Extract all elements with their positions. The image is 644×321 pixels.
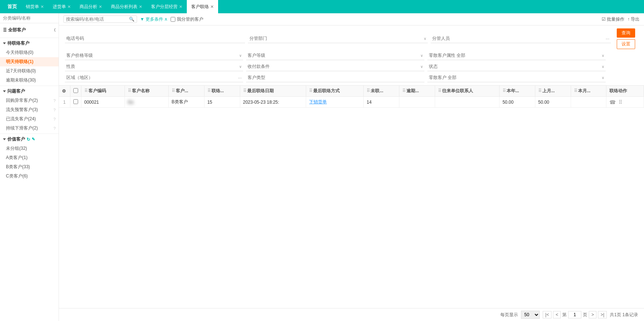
sidebar-collapse-btn[interactable]: 《 xyxy=(52,28,56,33)
action-more-icon[interactable]: ⠿ xyxy=(619,99,622,105)
search-box[interactable]: 🔍 xyxy=(63,15,137,23)
sidebar-item-declining[interactable]: 持续下滑客户(2) ? xyxy=(0,124,59,133)
th-contact-count: ⠿联络... xyxy=(204,86,240,97)
sidebar-group-problem-header[interactable]: 问题客户 xyxy=(0,87,59,96)
help-icon-lost[interactable]: ? xyxy=(53,117,56,121)
nav-goods-analysis[interactable]: 商品分析 ✕ xyxy=(75,0,106,13)
query-button[interactable]: 查询 xyxy=(617,28,635,38)
row-this-month xyxy=(571,97,606,108)
row-overdue xyxy=(399,97,435,108)
search-icon[interactable]: 🔍 xyxy=(129,17,134,22)
th-overdue: ⠿逾期... xyxy=(399,86,435,97)
batch-operation-btn[interactable]: ☑ 批量操作 xyxy=(602,16,624,23)
filter-more-btn[interactable]: ▼ 更多条件 ∧ xyxy=(140,16,168,23)
sidebar-group-pending-header[interactable]: 待联络客户 xyxy=(0,39,59,48)
search-input[interactable] xyxy=(66,17,129,22)
next-page-btn[interactable]: > xyxy=(589,311,596,318)
export-btn[interactable]: ↑ 导出 xyxy=(627,16,640,23)
filter-status[interactable]: 状态 ∨ xyxy=(427,62,606,71)
row-contact-count: 15 xyxy=(204,97,240,108)
chevron-down-icon-3: ∨ xyxy=(420,54,423,58)
nav-customer-layer[interactable]: 客户分层经营 ✕ xyxy=(147,0,187,13)
th-last-month: ⠿上月... xyxy=(535,86,571,97)
filter-customer-level[interactable]: 客户等级 ∨ xyxy=(246,51,424,60)
filter-action-buttons: 查询 设置 xyxy=(614,28,638,49)
setting-button[interactable]: 设置 xyxy=(617,39,635,49)
filter-nature[interactable]: 性质 ∨ xyxy=(65,62,243,71)
sidebar-search-box[interactable]: 🔍 xyxy=(0,13,59,23)
row-checkbox[interactable] xyxy=(73,99,78,104)
filter-person[interactable]: 分管人员 ··· xyxy=(431,34,611,43)
row-unit-contact xyxy=(435,97,500,108)
last-page-btn[interactable]: >| xyxy=(598,311,607,318)
filter-retail-customer[interactable]: 零散客户 全部 ∨ xyxy=(427,73,606,82)
sidebar-item-overdue[interactable]: 逾期未联络(30) xyxy=(0,76,59,85)
action-call-icon[interactable]: ☎ xyxy=(609,99,616,105)
more-icon-2[interactable]: ··· xyxy=(238,75,242,80)
filter-dept[interactable]: 分管部门 ∨ xyxy=(248,34,428,43)
last-contact-link[interactable]: 下销货单 xyxy=(309,99,327,104)
sidebar-item-typeC[interactable]: C类客户(6) xyxy=(0,172,59,181)
row-checkbox-cell[interactable] xyxy=(70,97,81,108)
th-settings[interactable]: ⚙ xyxy=(59,86,70,97)
sidebar-item-typeA[interactable]: A类客户(1) xyxy=(0,153,59,162)
help-icon-warning[interactable]: ? xyxy=(53,108,56,112)
my-customers-checkbox[interactable] xyxy=(171,17,175,22)
th-not-contacted: ⠿未联... xyxy=(364,86,399,97)
th-last-contact-method: ⠿最后联络方式 xyxy=(306,86,364,97)
row-last-contact-method[interactable]: 下销货单 xyxy=(306,97,364,108)
sidebar-item-week7[interactable]: 近7天待联络(0) xyxy=(0,66,59,76)
filter-customer-type[interactable]: 客户类型 xyxy=(246,73,424,82)
pagination: |< < 第 页 > >| xyxy=(543,311,607,318)
sidebar-all-customers[interactable]: ⠿ 全部客户 《 xyxy=(0,25,59,35)
top-navigation: 首页 销货单 ✕ 进货单 ✕ 商品分析 ✕ 商品分析列表 ✕ 客户分层经营 ✕ … xyxy=(0,0,644,13)
nav-sales[interactable]: 销货单 ✕ xyxy=(21,0,48,13)
refresh-icon[interactable]: ↻ xyxy=(27,137,30,142)
more-icon[interactable]: ··· xyxy=(606,36,609,41)
footer: 每页显示 50 100 200 |< < 第 页 > >| 共1页 1条记录 xyxy=(59,308,644,321)
page-size-select[interactable]: 50 100 200 xyxy=(521,311,540,319)
row-last-month: 50.00 xyxy=(535,97,571,108)
sidebar-search-input[interactable] xyxy=(3,15,58,21)
th-checkbox[interactable] xyxy=(70,86,81,97)
help-icon-abnormal[interactable]: ? xyxy=(53,99,56,103)
filter-payment-terms[interactable]: 收付款条件 ∨ xyxy=(246,62,424,71)
th-customer-code: ⠿客户编码 xyxy=(81,86,125,97)
first-page-btn[interactable]: |< xyxy=(543,311,552,318)
nav-customer-contact[interactable]: 客户联络 ✕ xyxy=(187,0,218,13)
sidebar-item-tomorrow[interactable]: 明天待联络(1) xyxy=(0,57,59,66)
sidebar: 🔍 ⠿ 全部客户 《 待联络客户 今天待联络(0) 明天待联络(1) 近7天 xyxy=(0,13,59,321)
sidebar-item-today[interactable]: 今天待联络(0) xyxy=(0,48,59,57)
nav-goods-analysis-list[interactable]: 商品分析列表 ✕ xyxy=(106,0,147,13)
sidebar-item-lost[interactable]: 已流失客户(24) ? xyxy=(0,114,59,124)
sidebar-group-value-header[interactable]: 价值客户 ↻ ✎ xyxy=(0,135,59,144)
prev-page-btn[interactable]: < xyxy=(553,311,561,318)
help-icon-declining[interactable]: ? xyxy=(53,126,56,131)
page-input[interactable] xyxy=(568,311,581,318)
nav-sales-close[interactable]: ✕ xyxy=(41,4,44,9)
filter-region[interactable]: 区域（地区） ··· xyxy=(65,73,243,82)
nav-goods-analysis-list-close[interactable]: ✕ xyxy=(139,4,142,9)
nav-customer-contact-close[interactable]: ✕ xyxy=(210,4,214,9)
th-action: 联络动作 xyxy=(606,86,644,97)
nav-customer-layer-close[interactable]: ✕ xyxy=(179,4,182,9)
filter-phone[interactable]: 电话号码 xyxy=(65,34,245,43)
sidebar-item-ungrouped[interactable]: 未分组(32) xyxy=(0,144,59,153)
nav-goods-analysis-close[interactable]: ✕ xyxy=(99,4,102,9)
edit-icon[interactable]: ✎ xyxy=(32,137,35,142)
filter-retail-attr[interactable]: 零散客户属性 全部 ∨ xyxy=(427,51,606,60)
checkbox-icon: ☑ xyxy=(602,17,606,22)
sidebar-item-abnormal[interactable]: 回购异常客户(2) ? xyxy=(0,96,59,105)
th-this-year: ⠿本年... xyxy=(499,86,535,97)
select-all-checkbox[interactable] xyxy=(73,88,78,93)
nav-purchase[interactable]: 进货单 ✕ xyxy=(48,0,75,13)
my-customers-checkbox-label[interactable]: 我分管的客户 xyxy=(171,16,203,23)
filter-price-level[interactable]: 客户价格等级 ∨ xyxy=(65,51,243,60)
row-action-cell: ☎ ⠿ xyxy=(606,97,644,108)
row-this-year: 50.00 xyxy=(499,97,535,108)
nav-home[interactable]: 首页 xyxy=(3,0,21,13)
nav-purchase-close[interactable]: ✕ xyxy=(67,4,71,9)
sidebar-item-warning[interactable]: 流失预警客户(3) ? xyxy=(0,105,59,114)
sidebar-item-typeB[interactable]: B类客户(33) xyxy=(0,162,59,172)
content-area: 🔍 ▼ 更多条件 ∧ 我分管的客户 ☑ 批量操作 ↑ 导出 xyxy=(59,13,644,321)
